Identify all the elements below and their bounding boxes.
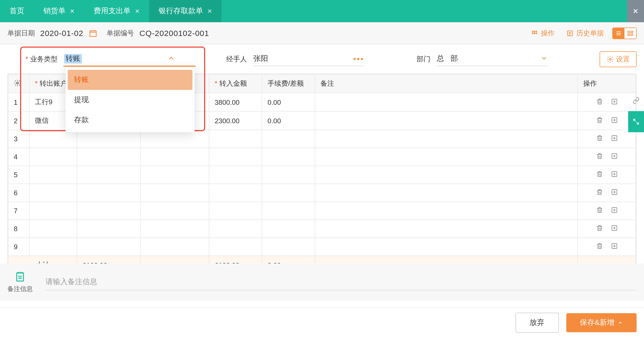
table-row: 3 [8,130,636,148]
cell-in-amount[interactable] [209,220,262,238]
cell-out-acct[interactable] [29,238,77,256]
cell-remark[interactable] [315,202,578,220]
dropdown-item-存款[interactable]: 存款 [68,110,192,130]
handler-select[interactable]: 张阳 ••• [253,52,364,66]
delete-row-button[interactable] [596,98,603,107]
cell-remark[interactable] [315,93,578,111]
gear-header[interactable] [8,74,29,93]
cell-out-amount[interactable] [77,130,140,148]
date-value[interactable]: 2020-01-02 [40,29,83,38]
close-icon[interactable]: ✕ [70,8,75,15]
row-index: 6 [8,184,29,202]
delete-row-button[interactable] [596,116,603,125]
add-row-icon [610,116,618,124]
cell-in-amount[interactable]: 2300.00 [209,111,262,130]
insert-row-button[interactable] [610,206,618,215]
cell-remark[interactable] [315,166,578,184]
delete-row-button[interactable] [596,188,603,197]
cell-remark[interactable] [315,111,578,130]
dropdown-item-提现[interactable]: 提现 [68,90,192,110]
cell-in-acct[interactable] [140,202,209,220]
cell-out-amount[interactable] [77,238,140,256]
cell-in-amount[interactable] [209,130,262,148]
insert-row-button[interactable] [610,188,618,197]
insert-row-button[interactable] [610,98,618,107]
cell-out-acct[interactable] [29,148,77,166]
close-icon[interactable]: ✕ [135,8,140,15]
cell-fee[interactable]: 0.00 [262,93,315,111]
cell-fee[interactable] [262,238,315,256]
cell-out-acct[interactable] [29,130,77,148]
cell-remark[interactable] [315,220,578,238]
cell-in-amount[interactable] [209,148,262,166]
tab-销货单[interactable]: 销货单✕ [34,0,84,22]
tab-费用支出单[interactable]: 费用支出单✕ [84,0,149,22]
cell-out-acct[interactable] [29,220,77,238]
cell-out-acct[interactable] [29,184,77,202]
insert-row-button[interactable] [610,170,618,179]
insert-row-button[interactable] [610,152,618,161]
cell-fee[interactable] [262,166,315,184]
delete-row-button[interactable] [596,224,603,233]
cell-fee[interactable] [262,184,315,202]
cell-out-amount[interactable] [77,202,140,220]
svg-point-6 [536,33,537,34]
row-index: 1 [8,93,29,111]
remark-input[interactable]: 请输入备注信息 [45,274,637,290]
insert-row-button[interactable] [610,242,618,251]
cell-in-amount[interactable] [209,184,262,202]
cell-in-amount[interactable] [209,202,262,220]
cell-in-amount[interactable] [209,166,262,184]
cell-remark[interactable] [315,184,578,202]
insert-row-button[interactable] [610,134,618,143]
fullscreen-button[interactable] [628,111,644,132]
tab-首页[interactable]: 首页 [0,0,34,22]
cell-fee[interactable] [262,148,315,166]
history-button[interactable]: 历史单据 [563,28,607,38]
cell-in-acct[interactable] [140,220,209,238]
insert-row-button[interactable] [610,116,618,125]
cell-remark[interactable] [315,238,578,256]
cell-in-acct[interactable] [140,238,209,256]
cell-in-acct[interactable] [140,184,209,202]
cell-out-amount[interactable] [77,148,140,166]
view-list-button[interactable] [613,28,624,38]
cell-remark[interactable] [315,148,578,166]
cell-out-amount[interactable] [77,184,140,202]
cell-in-acct[interactable] [140,148,209,166]
cell-in-acct[interactable] [140,130,209,148]
tab-银行存取款单[interactable]: 银行存取款单✕ [149,0,222,22]
dept-select[interactable]: 总 部 [437,52,548,66]
discard-button[interactable]: 放弃 [515,312,559,333]
settings-button[interactable]: 设置 [600,51,637,67]
cell-fee[interactable]: 0.00 [262,111,315,130]
cell-out-acct[interactable] [29,202,77,220]
delete-row-button[interactable] [596,242,603,251]
close-icon[interactable]: ✕ [207,8,212,15]
cell-fee[interactable] [262,220,315,238]
cell-fee[interactable] [262,130,315,148]
cell-in-amount[interactable] [209,238,262,256]
lines-icon [615,29,622,37]
tabbar-close-button[interactable] [627,0,644,22]
calendar-icon[interactable] [89,29,97,37]
biz-type-select[interactable]: 转账 [64,52,175,66]
cell-out-acct[interactable] [29,166,77,184]
cell-in-amount[interactable]: 3800.00 [209,93,262,111]
cell-remark[interactable] [315,130,578,148]
view-card-button[interactable] [624,28,636,38]
biz-type-dropdown: 转账提现存款 [66,68,195,132]
delete-row-button[interactable] [596,134,603,143]
cell-out-amount[interactable] [77,220,140,238]
save-button[interactable]: 保存&新增 [566,313,637,332]
delete-row-button[interactable] [596,152,603,161]
cell-out-amount[interactable] [77,166,140,184]
dropdown-item-转账[interactable]: 转账 [68,70,192,90]
delete-row-button[interactable] [596,170,603,179]
cell-in-acct[interactable] [140,166,209,184]
cell-fee[interactable] [262,202,315,220]
ops-button[interactable]: 操作 [528,28,558,38]
insert-row-button[interactable] [610,224,618,233]
attachment-button[interactable] [628,90,644,111]
delete-row-button[interactable] [596,206,603,215]
